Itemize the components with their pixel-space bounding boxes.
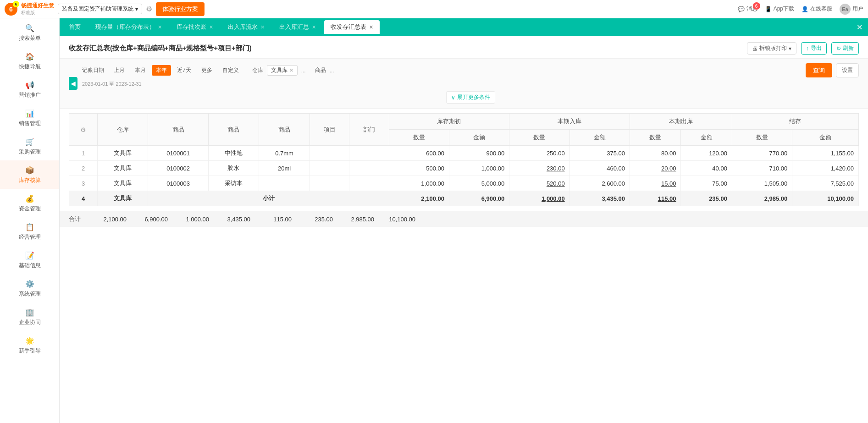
sidebar-item-sales[interactable]: 📊 销售管理 [0, 104, 59, 132]
row-spec [259, 176, 310, 191]
date-btn-this-year[interactable]: 本年 [152, 65, 171, 76]
sidebar-item-basic[interactable]: 📝 基础信息 [0, 246, 59, 274]
table-row: 3 文具库 0100003 采访本 1,000.00 5,000.00 520.… [69, 176, 859, 191]
sales-icon: 📊 [25, 109, 34, 118]
tab-inventory-dist[interactable]: 现存量（库存分布表） ✕ [89, 20, 168, 34]
system-name: 装备及固定资产辅助管理系统 [62, 5, 133, 13]
query-btn[interactable]: 查询 [806, 63, 832, 77]
subtotal-close-amt: 10,100.00 [792, 191, 859, 206]
th-settings[interactable]: ⚙ [69, 114, 98, 146]
total-close-qty: 2,985.00 [342, 216, 374, 223]
app-download-btn[interactable]: 📱 App下载 [765, 5, 794, 13]
filter-row-2: 2023-01-01 至 2023-12-31 [82, 80, 859, 88]
tab-batch-account-label: 库存批次账 [177, 23, 206, 31]
page-title: 收发存汇总表(按仓库+商品编码+商品+规格型号+项目+部门) [69, 44, 252, 53]
row-warehouse: 文具库 [98, 176, 148, 191]
sidebar: 🔍 搜索菜单 🏠 快捷导航 📢 营销推广 📊 销售管理 🛒 采购管理 📦 [0, 18, 60, 423]
user-btn[interactable]: Ea 用户 [840, 4, 863, 15]
tab-inventory-dist-close[interactable]: ✕ [158, 24, 162, 30]
tab-in-out-summary[interactable]: 出入库汇总 ✕ [273, 20, 322, 34]
row-in-amt: 375.00 [569, 146, 630, 161]
sidebar-item-newbie[interactable]: 🌟 新手引导 [0, 331, 59, 359]
total-in-amt: 3,435.00 [218, 216, 250, 223]
home-icon: 🏠 [25, 52, 34, 61]
top-bar-left: 6 6 畅捷通好生意 标准版 装备及固定资产辅助管理系统 ▾ ⚙ 体验行业方案 [5, 2, 205, 16]
th-in: 本期入库 [509, 114, 630, 130]
total-in-qty: 1,000.00 [177, 216, 209, 223]
system-selector[interactable]: 装备及固定资产辅助管理系统 ▾ [58, 4, 142, 14]
experience-btn[interactable]: 体验行业方案 [156, 2, 205, 16]
sidebar-item-operation[interactable]: 📋 经营管理 [0, 217, 59, 246]
filter-toggle-btn[interactable]: ◀ [69, 77, 77, 90]
warehouse-ellipsis[interactable]: ... [301, 67, 306, 74]
expand-icon: ∨ [451, 94, 455, 101]
data-table: ⚙ 仓库 商品 商品 商品 项目 部门 库存期初 本期入库 本期出库 [69, 113, 859, 206]
row-no: 2 [69, 161, 98, 176]
online-service-btn[interactable]: 👤 在线客服 [802, 5, 832, 13]
tab-recv-send-summary[interactable]: 收发存汇总表 ✕ [324, 20, 380, 34]
logo-badge: 6 [13, 1, 19, 7]
row-in-qty[interactable]: 250.00 [509, 146, 569, 161]
refresh-btn[interactable]: ↻ 刷新 [831, 42, 859, 55]
sidebar-item-inventory[interactable]: 📦 库存核算 [0, 160, 59, 189]
row-name: 采访本 [208, 176, 259, 191]
tab-bar-close-all[interactable]: ✕ [853, 23, 866, 32]
sidebar-label-basic: 基础信息 [19, 262, 41, 269]
subtotal-out-qty[interactable]: 115.00 [630, 191, 681, 206]
row-code: 0100002 [148, 161, 208, 176]
th-close-qty: 数量 [732, 130, 792, 146]
subtotal-in-qty[interactable]: 1,000.00 [509, 191, 569, 206]
sidebar-item-system[interactable]: ⚙️ 系统管理 [0, 274, 59, 302]
tab-in-out-flow-close[interactable]: ✕ [260, 24, 265, 30]
sidebar-item-capital[interactable]: 💰 资金管理 [0, 189, 59, 217]
tab-in-out-summary-close[interactable]: ✕ [312, 24, 316, 30]
sidebar-item-marketing[interactable]: 📢 营销推广 [0, 75, 59, 104]
date-label: 记账日期 [82, 66, 104, 74]
th-open-amt: 金额 [449, 130, 509, 146]
expand-conditions-btn[interactable]: ∨ 展开更多条件 [446, 91, 495, 104]
goods-ellipsis[interactable]: ... [330, 67, 334, 74]
date-btn-7days[interactable]: 近7天 [173, 65, 195, 76]
message-badge: 6 [753, 2, 760, 10]
warehouse-tag-close[interactable]: ✕ [289, 67, 293, 73]
date-range: 2023-01-01 至 2023-12-31 [82, 81, 142, 87]
online-service-label: 在线客服 [810, 5, 832, 13]
sidebar-label-system: 系统管理 [19, 290, 41, 298]
tab-home[interactable]: 首页 [62, 20, 87, 34]
tab-in-out-flow[interactable]: 出入库流水 ✕ [221, 20, 271, 34]
message-btn[interactable]: 💬 消息 6 [738, 5, 757, 13]
filter-settings-btn[interactable]: 设置 [836, 63, 859, 77]
date-shortcuts: 上月 本月 本年 近7天 更多 自定义 [110, 65, 243, 76]
date-btn-last-month[interactable]: 上月 [110, 65, 129, 76]
filter-content: 记账日期 上月 本月 本年 近7天 更多 自定义 [82, 63, 859, 104]
print-btn[interactable]: 🖨 拆锁版打印 ▾ [747, 42, 796, 55]
row-close-qty: 710.00 [732, 161, 792, 176]
message-icon: 💬 [738, 6, 745, 12]
sidebar-item-enterprise[interactable]: 🏢 企业协同 [0, 302, 59, 331]
date-btn-this-month[interactable]: 本月 [131, 65, 150, 76]
basic-icon: 📝 [25, 251, 34, 260]
app-logo: 6 6 [5, 3, 17, 16]
date-btn-more[interactable]: 更多 [197, 65, 216, 76]
row-in-qty[interactable]: 230.00 [509, 161, 569, 176]
tab-recv-send-summary-close[interactable]: ✕ [369, 24, 373, 30]
top-bar: 6 6 畅捷通好生意 标准版 装备及固定资产辅助管理系统 ▾ ⚙ 体验行业方案 … [0, 0, 868, 18]
row-out-qty[interactable]: 80.00 [630, 146, 681, 161]
total-open-qty: 2,100.00 [94, 216, 127, 223]
sidebar-item-search[interactable]: 🔍 搜索菜单 [0, 18, 59, 47]
sidebar-item-purchase[interactable]: 🛒 采购管理 [0, 132, 59, 160]
sidebar-label-purchase: 采购管理 [19, 148, 41, 156]
page-header: 收发存汇总表(按仓库+商品编码+商品+规格型号+项目+部门) 🖨 拆锁版打印 ▾… [60, 36, 868, 59]
row-out-qty[interactable]: 15.00 [630, 176, 681, 191]
gear-settings-icon[interactable]: ⚙ [146, 5, 152, 13]
tab-batch-account-close[interactable]: ✕ [209, 24, 213, 30]
sidebar-item-quick-nav[interactable]: 🏠 快捷导航 [0, 47, 59, 75]
sidebar-label-enterprise: 企业协同 [19, 319, 41, 326]
row-out-qty[interactable]: 20.00 [630, 161, 681, 176]
export-btn[interactable]: ↑ 导出 [801, 42, 827, 55]
tab-batch-account[interactable]: 库存批次账 ✕ [170, 20, 220, 34]
column-settings-icon[interactable]: ⚙ [80, 126, 86, 133]
date-btn-custom[interactable]: 自定义 [218, 65, 243, 76]
row-in-qty[interactable]: 520.00 [509, 176, 569, 191]
total-close-amt: 10,100.00 [383, 216, 415, 223]
